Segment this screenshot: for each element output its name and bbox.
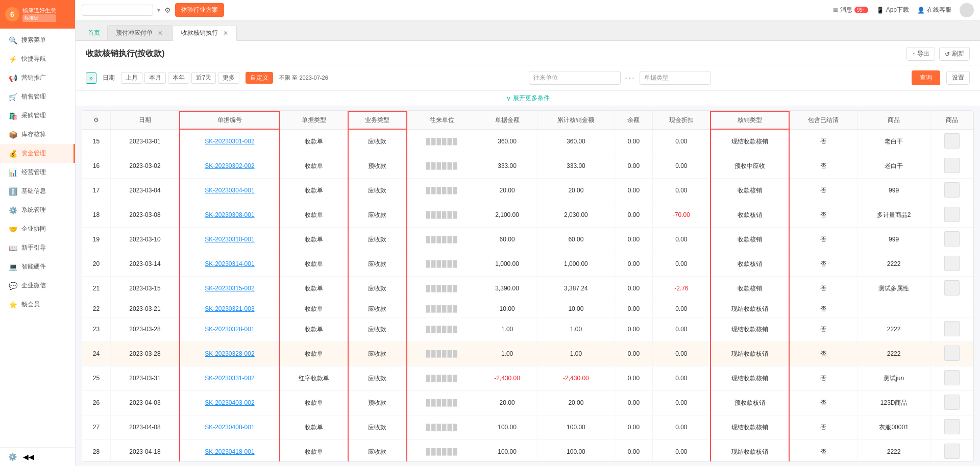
bill-no-link[interactable]: SK-20230308-001: [205, 211, 254, 218]
tab-1[interactable]: 预付冲应付单✕: [107, 25, 172, 40]
row-bill-no[interactable]: SK-20230314-001: [180, 252, 280, 276]
topbar-gear-icon[interactable]: ⚙: [164, 6, 171, 14]
date-btn-本月[interactable]: 本月: [144, 72, 166, 84]
date-buttons: 上月本月本年近7天更多: [121, 72, 240, 84]
row-bill-no[interactable]: SK-20230321-003: [180, 301, 280, 317]
bill-no-link[interactable]: SK-20230315-002: [205, 285, 254, 292]
messages-group[interactable]: ✉ 消息 99+: [833, 6, 868, 14]
sidebar-item-采购管理[interactable]: 🛍️采购管理: [0, 106, 75, 125]
sidebar-item-智能硬件[interactable]: 💻智能硬件: [0, 257, 75, 276]
sidebar-icon: 🤝: [8, 225, 17, 233]
bill-no-link[interactable]: SK-20230301-002: [205, 138, 254, 145]
settings-icon[interactable]: ⚙️: [8, 453, 17, 461]
bill-no-link[interactable]: SK-20230304-001: [205, 187, 254, 194]
row-product: 999: [857, 227, 930, 252]
row-date: 2023-03-14: [110, 252, 180, 276]
row-verify-type: 收款核销: [710, 276, 789, 301]
bill-no-link[interactable]: SK-20230321-003: [205, 305, 254, 312]
row-product: 2222: [857, 341, 930, 366]
table-row: 252023-03-31SK-20230331-002红字收款单应收款█████…: [82, 366, 973, 390]
bill-no-link[interactable]: SK-20230310-001: [205, 236, 254, 243]
sidebar-item-搜索菜单[interactable]: 🔍搜索菜单: [0, 31, 75, 50]
tab-close-2[interactable]: ✕: [223, 30, 228, 37]
row-bill-no[interactable]: SK-20230310-001: [180, 227, 280, 252]
bill-no-link[interactable]: SK-20230331-002: [205, 375, 254, 382]
unit-filter-input[interactable]: 往来单位: [529, 71, 621, 85]
topbar-dropdown-icon[interactable]: ▾: [157, 7, 160, 14]
bill-no-link[interactable]: SK-20230403-002: [205, 399, 254, 406]
expand-more-button[interactable]: ∨ 展开更多条件: [506, 94, 550, 103]
sidebar-bottom[interactable]: ⚙️ ◀◀: [0, 447, 75, 466]
custom-date-button[interactable]: 自定义: [246, 72, 273, 84]
table-row: 282023-04-18SK-20230418-001收款单应收款██████1…: [82, 439, 973, 462]
sidebar-icon: ⭐: [8, 301, 17, 309]
query-button[interactable]: 查询: [912, 70, 940, 85]
topbar-search-input[interactable]: [82, 5, 153, 16]
bill-no-link[interactable]: SK-20230408-001: [205, 424, 254, 431]
table-container[interactable]: ⚙日期单据编号单据类型业务类型往来单位单据金额累计核销金额余额现金折扣核销类型包…: [82, 110, 974, 462]
row-bill-no[interactable]: SK-20230331-002: [180, 366, 280, 390]
bill-no-link[interactable]: SK-20230328-001: [205, 326, 254, 333]
tab-0[interactable]: 首页: [82, 26, 106, 40]
row-bill-no[interactable]: SK-20230315-002: [180, 276, 280, 301]
date-btn-更多[interactable]: 更多: [218, 72, 239, 84]
date-btn-本年[interactable]: 本年: [168, 72, 189, 84]
online-service-group[interactable]: 👤 在线客服: [917, 6, 951, 14]
sidebar-label: 快捷导航: [21, 55, 46, 63]
row-bill-no[interactable]: SK-20230418-001: [180, 439, 280, 462]
user-avatar[interactable]: [960, 3, 974, 17]
row-biz-type: 应收款: [348, 301, 407, 317]
tab-2[interactable]: 收款核销执行✕: [173, 25, 237, 41]
row-thumb: [930, 178, 973, 203]
row-bill-no[interactable]: SK-20230328-001: [180, 317, 280, 341]
sidebar-item-畅会员[interactable]: ⭐畅会员: [0, 295, 75, 314]
row-unit: ██████: [407, 203, 477, 227]
bill-no-link[interactable]: SK-20230314-001: [205, 260, 254, 267]
row-bill-no[interactable]: SK-20230301-002: [180, 129, 280, 154]
row-accum: 3,387.24: [537, 276, 615, 301]
refresh-button[interactable]: ↺ 刷新: [939, 47, 970, 61]
export-button[interactable]: ↑ 导出: [906, 47, 935, 61]
row-date: 2023-03-02: [110, 154, 180, 178]
row-bill-no[interactable]: SK-20230408-001: [180, 415, 280, 439]
sidebar-label: 畅会员: [21, 300, 40, 309]
industry-solution-button[interactable]: 体验行业方案: [175, 3, 224, 17]
row-amount: 60.00: [477, 227, 537, 252]
sidebar-item-库存核算[interactable]: 📦库存核算: [0, 125, 75, 144]
sidebar-item-企业微信[interactable]: 💬企业微信: [0, 276, 75, 295]
row-unit: ██████: [407, 341, 477, 366]
row-bill-no[interactable]: SK-20230328-002: [180, 341, 280, 366]
row-bill-no[interactable]: SK-20230304-001: [180, 178, 280, 203]
sidebar-item-资金管理[interactable]: 💰资金管理: [0, 144, 75, 163]
row-bill-no[interactable]: SK-20230302-002: [180, 154, 280, 178]
date-btn-近7天[interactable]: 近7天: [191, 72, 216, 84]
type-filter-input[interactable]: 单据类型: [640, 71, 711, 85]
row-bill-no[interactable]: SK-20230308-001: [180, 203, 280, 227]
product-thumb: [944, 207, 960, 222]
settings-col-icon[interactable]: ⚙: [93, 116, 99, 124]
bill-no-link[interactable]: SK-20230418-001: [205, 448, 254, 455]
sidebar-item-系统管理[interactable]: ⚙️系统管理: [0, 201, 75, 219]
row-no: 16: [82, 154, 110, 178]
collapse-icon[interactable]: ◀◀: [23, 453, 34, 461]
sidebar-item-新手引导[interactable]: 📖新手引导: [0, 238, 75, 257]
bill-no-link[interactable]: SK-20230328-002: [205, 350, 254, 357]
sidebar-item-销售管理[interactable]: 🛒销售管理: [0, 87, 75, 106]
row-no: 22: [82, 301, 110, 317]
sidebar-item-营销推广[interactable]: 📢营销推广: [0, 68, 75, 87]
sidebar-item-企业协同[interactable]: 🤝企业协同: [0, 219, 75, 238]
sidebar-item-经营管理[interactable]: 📊经营管理: [0, 163, 75, 182]
row-bill-no[interactable]: SK-20230403-002: [180, 390, 280, 415]
row-bill-type: 收款单: [280, 439, 348, 462]
row-balance: 0.00: [615, 301, 653, 317]
filter-settings-button[interactable]: 设置: [946, 71, 970, 85]
bill-no-link[interactable]: SK-20230302-002: [205, 162, 254, 169]
sidebar-item-基础信息[interactable]: ℹ️基础信息: [0, 182, 75, 201]
row-no: 21: [82, 276, 110, 301]
sidebar-item-快捷导航[interactable]: ⚡快捷导航: [0, 50, 75, 68]
date-btn-上月[interactable]: 上月: [121, 72, 142, 84]
row-discount: 0.00: [652, 390, 710, 415]
filter-toggle-button[interactable]: »: [86, 72, 96, 84]
tab-close-1[interactable]: ✕: [158, 30, 163, 37]
app-download-group[interactable]: 📱 App下载: [876, 6, 909, 14]
